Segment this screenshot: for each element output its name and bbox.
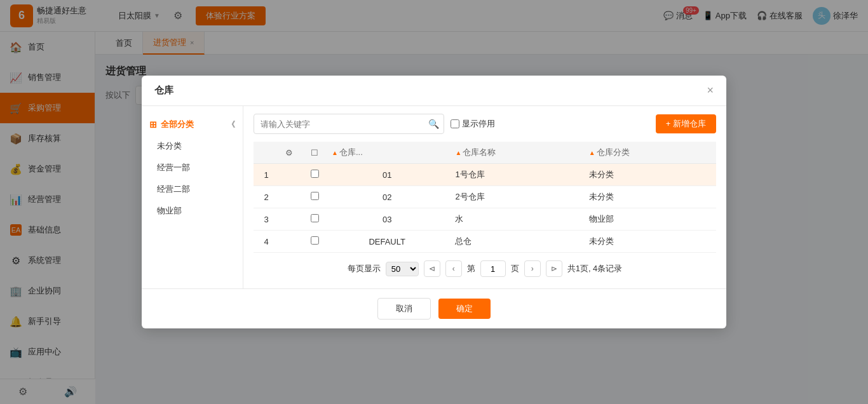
row-code: 02 (325, 186, 449, 208)
modal-close-icon[interactable]: × (707, 84, 714, 97)
modal-overlay: 仓库 × ⊞ 全部分类 《 未分类 经营一部 经营二部 物业部 (0, 0, 868, 404)
per-page-select[interactable]: 50 100 (386, 262, 419, 276)
category-item-dept2[interactable]: 经营二部 (142, 178, 243, 200)
modal-body: ⊞ 全部分类 《 未分类 经营一部 经营二部 物业部 🔍 (142, 106, 726, 288)
search-input[interactable] (254, 114, 444, 134)
cancel-button[interactable]: 取消 (377, 298, 431, 320)
row-number: 2 (254, 186, 279, 208)
row-code: DEFAULT (325, 231, 449, 253)
page-unit: 页 (511, 263, 519, 274)
category-item-dept1[interactable]: 经营一部 (142, 157, 243, 178)
per-page-label: 每页显示 (348, 263, 381, 274)
confirm-button[interactable]: 确定 (438, 299, 491, 319)
row-setting (279, 164, 304, 186)
table-header-row: ⚙ ☐ ▲仓库... ▲仓库名称 ▲仓库分类 (254, 142, 716, 164)
category-item-property[interactable]: 物业部 (142, 200, 243, 222)
table-scroll: ⚙ ☐ ▲仓库... ▲仓库名称 ▲仓库分类 1 01 (254, 142, 716, 253)
row-name: 2号仓库 (449, 186, 582, 208)
row-number: 1 (254, 164, 279, 186)
row-check[interactable] (304, 186, 325, 208)
table-row[interactable]: 3 03 水 物业部 (254, 208, 716, 231)
row-category: 未分类 (583, 164, 716, 186)
col-check: ☐ (304, 142, 325, 164)
row-code: 03 (325, 208, 449, 231)
row-setting (279, 208, 304, 231)
warehouse-table: ⚙ ☐ ▲仓库... ▲仓库名称 ▲仓库分类 1 01 (254, 142, 716, 253)
page-label: 第 (467, 263, 475, 274)
last-page-button[interactable]: ⊳ (546, 260, 562, 277)
search-icon[interactable]: 🔍 (428, 119, 439, 129)
grid-icon: ⊞ (149, 119, 157, 130)
collapse-icon[interactable]: 《 (227, 119, 235, 130)
table-toolbar: 🔍 显示停用 + 新增仓库 (254, 114, 716, 134)
col-code: ▲仓库... (325, 142, 449, 164)
modal-header: 仓库 × (142, 76, 726, 106)
row-category: 未分类 (583, 231, 716, 253)
row-number: 3 (254, 208, 279, 231)
row-setting (279, 231, 304, 253)
row-name: 水 (449, 208, 582, 231)
search-input-wrap: 🔍 (254, 114, 444, 134)
row-number: 4 (254, 231, 279, 253)
table-row[interactable]: 4 DEFAULT 总仓 未分类 (254, 231, 716, 253)
row-check[interactable] (304, 231, 325, 253)
row-category: 未分类 (583, 186, 716, 208)
warehouse-modal: 仓库 × ⊞ 全部分类 《 未分类 经营一部 经营二部 物业部 (142, 76, 726, 328)
col-number (254, 142, 279, 164)
row-check[interactable] (304, 164, 325, 186)
row-category: 物业部 (583, 208, 716, 231)
all-category-label: 全部分类 (161, 119, 194, 130)
category-sidebar: ⊞ 全部分类 《 未分类 经营一部 经营二部 物业部 (142, 106, 243, 288)
row-setting (279, 186, 304, 208)
row-name: 1号仓库 (449, 164, 582, 186)
col-category: ▲仓库分类 (583, 142, 716, 164)
page-input[interactable] (480, 260, 506, 277)
total-records: 共1页, 4条记录 (567, 263, 623, 274)
category-item-unclassified[interactable]: 未分类 (142, 135, 243, 157)
pagination: 每页显示 50 100 ⊲ ‹ 第 页 › ⊳ 共1页, 4条记录 (254, 253, 716, 281)
table-row[interactable]: 1 01 1号仓库 未分类 (254, 164, 716, 186)
col-name: ▲仓库名称 (449, 142, 582, 164)
row-check[interactable] (304, 208, 325, 231)
modal-footer: 取消 确定 (142, 288, 726, 328)
add-warehouse-button[interactable]: + 新增仓库 (656, 114, 716, 133)
modal-title: 仓库 (154, 84, 173, 97)
next-page-button[interactable]: › (524, 260, 541, 277)
col-setting[interactable]: ⚙ (279, 142, 304, 164)
row-code: 01 (325, 164, 449, 186)
table-row[interactable]: 2 02 2号仓库 未分类 (254, 186, 716, 208)
first-page-button[interactable]: ⊲ (424, 260, 440, 277)
prev-page-button[interactable]: ‹ (445, 260, 462, 277)
row-name: 总仓 (449, 231, 582, 253)
show-disabled-label: 显示停用 (451, 118, 495, 130)
table-area: 🔍 显示停用 + 新增仓库 ⚙ ☐ (243, 106, 726, 288)
all-category-header[interactable]: ⊞ 全部分类 《 (142, 114, 243, 135)
show-disabled-checkbox[interactable] (451, 119, 459, 128)
